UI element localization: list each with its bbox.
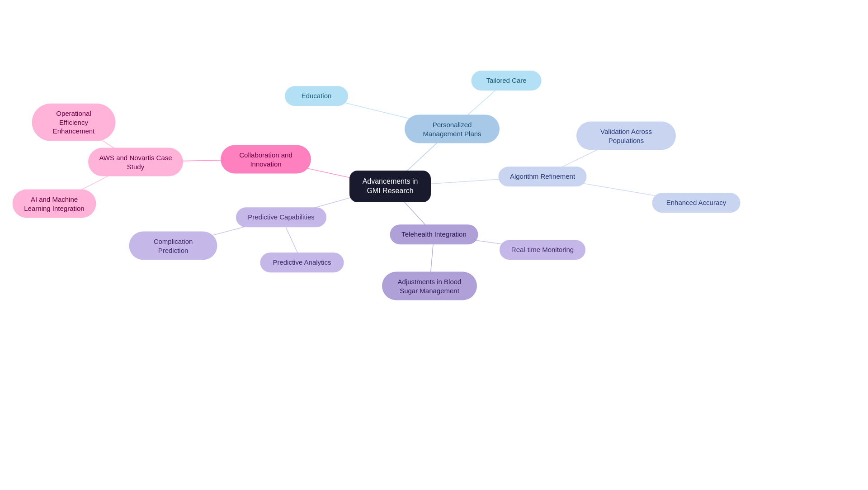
- node-enhanced-accuracy: Enhanced Accuracy: [652, 193, 741, 213]
- node-predictive: Predictive Capabilities: [236, 207, 326, 227]
- node-telehealth: Telehealth Integration: [390, 224, 478, 244]
- center-node: Advancements in GMI Research: [349, 171, 431, 202]
- node-aws-case: AWS and Novartis Case Study: [88, 148, 183, 176]
- node-realtime: Real-time Monitoring: [500, 240, 585, 260]
- node-collaboration: Collaboration and Innovation: [221, 145, 311, 174]
- node-validation: Validation Across Populations: [576, 122, 676, 150]
- node-adjustments: Adjustments in Blood Sugar Management: [382, 272, 477, 300]
- node-education: Education: [285, 86, 348, 106]
- node-personalized: Personalized Management Plans: [405, 115, 500, 143]
- node-algorithm: Algorithm Refinement: [499, 167, 587, 186]
- node-complication: Complication Prediction: [129, 232, 217, 260]
- node-pred-analytics: Predictive Analytics: [260, 252, 344, 272]
- node-operational: Operational Efficiency Enhancement: [32, 104, 116, 141]
- node-ai-ml: AI and Machine Learning Integration: [13, 190, 96, 218]
- node-tailored: Tailored Care: [472, 71, 542, 90]
